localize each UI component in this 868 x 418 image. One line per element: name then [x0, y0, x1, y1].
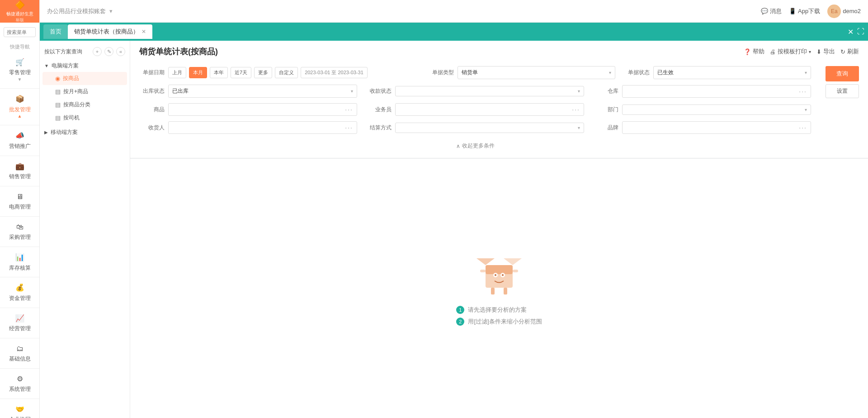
tab-report-close[interactable]: ✕ [142, 28, 146, 35]
app-download-action[interactable]: 📱 App下载 [789, 7, 820, 15]
app-logo[interactable]: 🔶 畅捷通好生意 标版 [0, 0, 39, 23]
date-btn-this-year[interactable]: 本年 [210, 67, 228, 78]
marketing-icon: 📣 [15, 131, 24, 141]
breadcrumb-arrow-icon[interactable]: ▾ [109, 8, 113, 14]
receiver-input[interactable]: ··· [168, 121, 357, 134]
department-input[interactable]: ▾ [622, 104, 811, 115]
print-icon: 🖨 [770, 48, 776, 55]
sidebar-search-area [0, 23, 39, 42]
sidebar-item-basic[interactable]: 🗂 基础信息 [0, 338, 39, 369]
sidebar-item-wholesale[interactable]: 📦 批发管理 ▲ [0, 89, 39, 125]
user-action[interactable]: Ea demo2 [827, 5, 861, 18]
right-panel: 销货单统计表(按商品) ❓ 帮助 🖨 按模板打印 ▾ ⬇ 导出 [130, 41, 868, 418]
sidebar-item-marketing[interactable]: 📣 营销推广 [0, 125, 39, 156]
sidebar-item-finance[interactable]: 💰 资金管理 [0, 277, 39, 308]
scheme-item-by-product[interactable]: ◉ 按商品 [42, 72, 127, 85]
scheme-group-pc-label[interactable]: ▼ 电脑端方案 [40, 60, 130, 72]
add-scheme-button[interactable]: + [93, 47, 102, 56]
header-left: 办公用品行业模拟账套 ▾ [47, 7, 113, 15]
sidebar-item-purchase[interactable]: 🛍 采购管理 [0, 217, 39, 247]
warehouse-input[interactable]: ··· [622, 85, 811, 98]
date-selector: 上月 本月 本年 近7天 更多 自定义 2023-03-01 至 2023-03… [168, 67, 420, 78]
collapse-panel-button[interactable]: « [116, 47, 125, 56]
message-action[interactable]: 💬 消息 [761, 7, 782, 15]
edit-scheme-button[interactable]: ✎ [104, 47, 113, 56]
empty-tip-1-text: 请先选择要分析的方案 [468, 306, 527, 314]
scheme-item-by-cashier[interactable]: ▤ 按司机 [42, 111, 127, 124]
date-range-display[interactable]: 2023-03-01 至 2023-03-31 [301, 67, 368, 78]
tab-home[interactable]: 首页 [43, 24, 68, 39]
operations-icon: 📈 [15, 314, 24, 323]
filter-field-product: 商品 ··· [139, 103, 357, 116]
payment-status-input[interactable]: ▾ [395, 86, 584, 96]
empty-tip-1: 1 请先选择要分析的方案 [456, 306, 542, 314]
help-icon: ❓ [744, 48, 751, 55]
department-label: 部门 [593, 106, 618, 114]
help-button[interactable]: ❓ 帮助 [744, 48, 764, 56]
product-label: 商品 [139, 106, 165, 114]
sidebar-item-retail[interactable]: 🛒 零售管理 ▼ [0, 52, 39, 89]
inventory-icon: 📊 [15, 252, 24, 262]
doc-type-value: 销货单 [462, 69, 478, 76]
breadcrumb-text: 办公用品行业模拟账套 [47, 7, 106, 15]
logo-sub: 标版 [16, 17, 24, 23]
print-label: 按模板打印 [778, 48, 807, 56]
refresh-label: 刷新 [847, 48, 859, 56]
scheme-item-by-product-label: 按商品 [63, 75, 79, 82]
brand-label: 品牌 [593, 124, 618, 132]
empty-illustration [472, 252, 526, 297]
setting-button[interactable]: 设置 [826, 84, 859, 98]
sidebar-item-sales[interactable]: 💼 销售管理 [0, 156, 39, 186]
svg-rect-1 [486, 265, 513, 274]
filter-field-receiver: 收货人 ··· [139, 121, 357, 134]
date-btn-7days[interactable]: 近7天 [231, 67, 251, 78]
date-btn-custom[interactable]: 自定义 [275, 67, 298, 78]
help-label: 帮助 [753, 48, 764, 56]
tab-report[interactable]: 销货单统计表（按商品） ✕ [68, 24, 152, 39]
sidebar-item-collab-label: 企业协同 [9, 416, 31, 418]
brand-input[interactable]: ··· [622, 121, 811, 134]
basic-icon: 🗂 [16, 344, 24, 354]
avatar-text: Ea [831, 8, 838, 14]
receiver-more-icon: ··· [345, 124, 353, 131]
doc-type-input[interactable]: 销货单 ▾ [458, 66, 615, 79]
filter-field-date: 单据日期 上月 本月 本年 近7天 更多 自定义 2023-03-01 至 20… [139, 67, 420, 78]
scheme-item-by-category[interactable]: ▤ 按商品分类 [42, 98, 127, 111]
export-button[interactable]: ⬇ 导出 [816, 48, 835, 56]
header-right: 💬 消息 📱 App下载 Ea demo2 [761, 5, 861, 18]
download-icon: 📱 [789, 8, 796, 14]
product-input[interactable]: ··· [168, 103, 357, 116]
sidebar-item-collab[interactable]: 🤝 企业协同 [0, 399, 39, 418]
filter-field-doc-status: 单据状态 已生效 ▾ [624, 66, 811, 79]
page-header: 销货单统计表(按商品) ❓ 帮助 🖨 按模板打印 ▾ ⬇ 导出 [130, 41, 868, 61]
tab-close-icon[interactable]: ✕ [848, 28, 854, 36]
filter-field-warehouse: 仓库 ··· [593, 85, 811, 98]
date-btn-last-month[interactable]: 上月 [168, 67, 186, 78]
date-btn-more[interactable]: 更多 [254, 67, 272, 78]
tip-num-2: 2 [456, 318, 464, 326]
purchase-icon: 🛍 [16, 222, 24, 232]
sidebar-item-system[interactable]: ⚙ 系统管理 [0, 369, 39, 399]
salesperson-input[interactable]: ··· [395, 103, 584, 116]
collapse-button[interactable]: ∧ 收起更多条件 [139, 139, 811, 152]
date-btn-this-month[interactable]: 本月 [189, 67, 207, 78]
doc-status-input[interactable]: 已生效 ▾ [653, 66, 811, 79]
tab-report-label: 销货单统计表（按商品） [74, 28, 139, 36]
sidebar-item-ecommerce[interactable]: 🖥 电商管理 [0, 186, 39, 217]
doc-status-value: 已生效 [657, 69, 674, 76]
tab-maximize-icon[interactable]: ⛶ [857, 28, 864, 36]
refresh-button[interactable]: ↻ 刷新 [840, 48, 859, 56]
salesperson-more-icon: ··· [572, 106, 580, 113]
doc-type-label: 单据类型 [429, 69, 454, 76]
date-label: 单据日期 [139, 69, 165, 76]
query-button[interactable]: 查询 [826, 66, 859, 81]
settlement-input[interactable]: ▾ [395, 123, 584, 133]
sidebar-item-inventory[interactable]: 📊 库存核算 [0, 247, 39, 277]
scheme-item-by-month-product[interactable]: ▤ 按月+商品 [42, 85, 127, 98]
print-button[interactable]: 🖨 按模板打印 ▾ [770, 48, 811, 56]
filter-row-3: 商品 ··· 业务员 ··· [139, 103, 811, 116]
sidebar-item-operations[interactable]: 📈 经营管理 [0, 308, 39, 338]
search-input[interactable] [4, 27, 36, 37]
warehouse-status-input[interactable]: 已出库 ▾ [168, 85, 357, 98]
scheme-group-mobile-label[interactable]: ▶ 移动端方案 [40, 126, 130, 138]
